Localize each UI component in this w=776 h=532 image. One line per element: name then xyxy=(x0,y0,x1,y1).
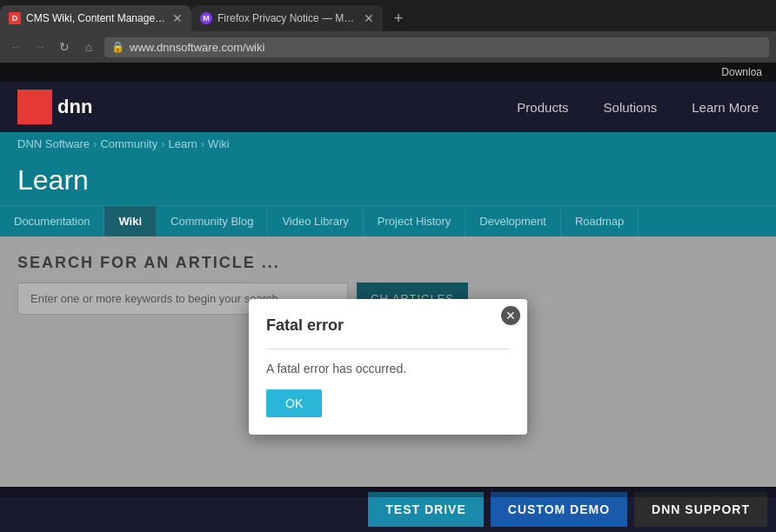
browser-chrome: D CMS Wiki, Content Manageme... ✕ M Fire… xyxy=(0,0,776,63)
url-bar[interactable]: 🔒 www.dnnsoftware.com/wiki xyxy=(104,37,769,57)
home-button[interactable]: ⌂ xyxy=(80,40,97,54)
tab-title-cms-wiki: CMS Wiki, Content Manageme... xyxy=(26,12,167,24)
refresh-button[interactable]: ↻ xyxy=(56,40,73,54)
custom-demo-button[interactable]: CUSTOM DEMO xyxy=(491,492,627,527)
modal-dialog: ✕ Fatal error A fatal error has occurred… xyxy=(249,299,527,435)
breadcrumb-sep-1: › xyxy=(93,137,97,150)
nav-products[interactable]: Products xyxy=(517,100,568,115)
breadcrumb-sep-3: › xyxy=(201,137,204,150)
logo-icon xyxy=(17,90,52,124)
page-title-area: Learn xyxy=(0,156,776,205)
tab-project-history[interactable]: Project History xyxy=(364,206,466,236)
modal-close-button[interactable]: ✕ xyxy=(501,306,520,325)
modal-title: Fatal error xyxy=(266,316,510,335)
tab-roadmap[interactable]: Roadmap xyxy=(561,206,639,236)
site-header: dnn Products Solutions Learn More xyxy=(0,82,776,132)
modal-divider xyxy=(266,349,510,349)
tab-favicon-firefox: M xyxy=(200,12,212,24)
tab-development[interactable]: Development xyxy=(465,206,561,236)
top-bar-text: Downloa xyxy=(721,66,762,78)
tab-favicon-dnn: D xyxy=(9,12,21,24)
tab-documentation[interactable]: Documentation xyxy=(0,206,104,236)
top-bar: Downloa xyxy=(0,63,776,82)
new-tab-button[interactable]: + xyxy=(386,6,411,30)
back-button[interactable]: ← xyxy=(7,40,24,54)
breadcrumb-item-learn[interactable]: Learn xyxy=(169,137,197,150)
header-nav: Products Solutions Learn More xyxy=(517,100,759,115)
address-bar: ← → ↻ ⌂ 🔒 www.dnnsoftware.com/wiki xyxy=(0,31,776,63)
tab-cms-wiki[interactable]: D CMS Wiki, Content Manageme... ✕ xyxy=(0,5,191,31)
modal-ok-button[interactable]: OK xyxy=(266,389,322,417)
tab-video-library[interactable]: Video Library xyxy=(268,206,363,236)
svg-rect-1 xyxy=(29,94,41,106)
breadcrumb-item-wiki[interactable]: Wiki xyxy=(208,137,230,150)
tab-wiki[interactable]: Wiki xyxy=(104,206,157,236)
security-icon: 🔒 xyxy=(111,41,124,53)
site-wrapper: Downloa dnn Products Solutions Learn Mor… xyxy=(0,63,776,532)
breadcrumb: DNN Software › Community › Learn › Wiki xyxy=(0,132,776,156)
breadcrumb-item-dnn[interactable]: DNN Software xyxy=(17,137,90,150)
page-title: Learn xyxy=(17,164,759,205)
nav-solutions[interactable]: Solutions xyxy=(604,100,658,115)
tab-title-firefox: Firefox Privacy Notice — Mozill... xyxy=(217,12,358,24)
url-text: www.dnnsoftware.com/wiki xyxy=(130,41,264,54)
modal-overlay: ✕ Fatal error A fatal error has occurred… xyxy=(0,236,776,497)
content-area: SEARCH FOR AN ARTICLE ... CH ARTICLES ✕ … xyxy=(0,236,776,497)
tab-close-cms-wiki[interactable]: ✕ xyxy=(172,12,183,24)
modal-message: A fatal error has occurred. xyxy=(266,362,510,376)
logo[interactable]: dnn xyxy=(17,90,92,124)
dnn-support-button[interactable]: DNN SUPPORT xyxy=(634,492,767,527)
breadcrumb-item-community[interactable]: Community xyxy=(100,137,157,150)
logo-text: dnn xyxy=(57,96,92,118)
tab-firefox-privacy[interactable]: M Firefox Privacy Notice — Mozill... ✕ xyxy=(191,5,383,31)
tab-bar: D CMS Wiki, Content Manageme... ✕ M Fire… xyxy=(0,0,776,31)
nav-learn-more[interactable]: Learn More xyxy=(692,100,759,115)
tab-close-firefox[interactable]: ✕ xyxy=(364,12,374,24)
breadcrumb-sep-2: › xyxy=(161,137,164,150)
tab-community-blog[interactable]: Community Blog xyxy=(157,206,268,236)
forward-button[interactable]: → xyxy=(31,40,49,54)
test-drive-button[interactable]: TEST DRIVE xyxy=(368,492,483,527)
tabs-bar: Documentation Wiki Community Blog Video … xyxy=(0,205,776,236)
